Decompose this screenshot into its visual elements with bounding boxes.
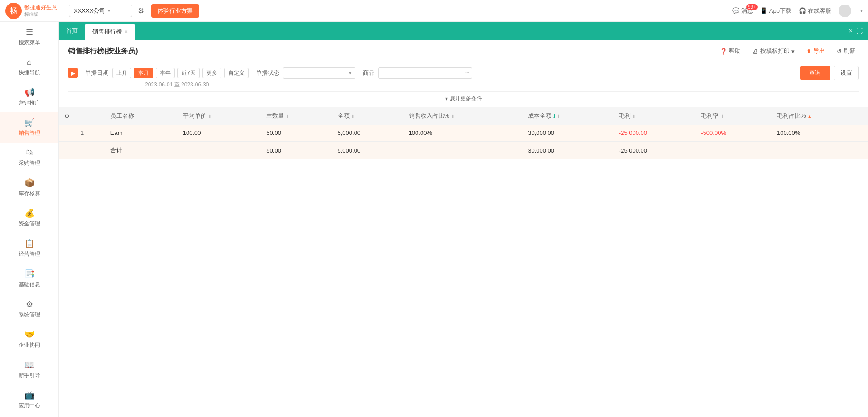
status-select[interactable] [283, 67, 355, 79]
tf-settings [59, 141, 75, 159]
message-button[interactable]: 💬 消息 99+ [732, 7, 753, 15]
th-sales-pct[interactable]: 销售收入占比% ⬆ [403, 107, 523, 125]
online-support-button[interactable]: 🎧 在线客服 [799, 7, 831, 15]
sidebar-item-label: 系统管理 [19, 311, 40, 319]
goods-input[interactable] [378, 67, 472, 79]
tab-home[interactable]: 首页 [59, 22, 85, 40]
app-download-button[interactable]: 📱 App下载 [760, 7, 791, 15]
sales-icon: 🛒 [24, 118, 34, 128]
sidebar-item-wechat[interactable]: 💬 企业微信 [0, 415, 58, 417]
th-gross-rate[interactable]: 毛利率 ⬆ [695, 107, 772, 125]
date-btn-this-month[interactable]: 本月 [134, 68, 153, 78]
app-download-label: App下载 [769, 7, 791, 15]
sidebar-item-appstore[interactable]: 📺 应用中心 [0, 385, 58, 415]
sort-icon: ⬆ [451, 114, 455, 119]
filter-settings-button[interactable]: 设置 [834, 66, 859, 80]
sales-table: ⚙ 员工名称 平均单价 ⬆ 主数量 ⬆ 全额 ⬆ 销售收入占比% ⬆ 成本全额 … [59, 107, 868, 159]
refresh-button[interactable]: ↺ 刷新 [833, 45, 859, 57]
sidebar-item-label: 采购管理 [19, 159, 40, 167]
print-button[interactable]: 🖨 按模板打印 ▾ [749, 45, 798, 57]
sidebar-item-finance[interactable]: 💰 资金管理 [0, 203, 58, 233]
search-button[interactable]: 查询 [800, 66, 830, 80]
tf-cost: 30,000.00 [523, 141, 614, 159]
sidebar-item-sales[interactable]: 🛒 销售管理 [0, 112, 58, 143]
refresh-label: 刷新 [844, 47, 855, 55]
basic-icon: 📑 [24, 269, 34, 279]
date-btn-custom[interactable]: 自定义 [224, 68, 249, 78]
sidebar-item-purchase[interactable]: 🛍 采购管理 [0, 143, 58, 173]
sidebar-item-system[interactable]: ⚙ 系统管理 [0, 294, 58, 324]
company-selector[interactable]: XXXXX公司 ▾ [69, 5, 132, 17]
th-avg-price[interactable]: 平均单价 ⬆ [177, 107, 261, 125]
th-gross[interactable]: 毛利 ⬆ [614, 107, 695, 125]
goods-input-wrap [378, 67, 472, 79]
sort-icon: ⬆ [720, 114, 724, 119]
tab-bar-actions: × ⛶ [849, 27, 868, 34]
info-icon: ℹ [553, 113, 555, 119]
th-gross-pct[interactable]: 毛利占比% ▲ [772, 107, 868, 125]
sidebar-item-label: 经营管理 [19, 250, 40, 258]
th-settings[interactable]: ⚙ [59, 107, 75, 125]
sidebar-item-inventory[interactable]: 📦 库存核算 [0, 173, 58, 203]
user-name[interactable]: ▾ [858, 8, 863, 13]
tf-label: 合计 [105, 141, 177, 159]
filter-bar: ▶ 单据日期 上月 本月 本年 近7天 更多 自定义 [59, 61, 868, 107]
logo-line2: 标准版 [24, 11, 57, 17]
sidebar-item-basic[interactable]: 📑 基础信息 [0, 264, 58, 294]
tab-close-icon[interactable]: × [125, 29, 128, 35]
finance-icon: 💰 [24, 208, 34, 218]
date-range-text: 2023-06-01 至 2023-06-30 [145, 81, 209, 88]
sidebar-item-label: 应用中心 [19, 402, 40, 410]
td-rank: 1 [75, 125, 105, 142]
sidebar-item-marketing[interactable]: 📢 营销推广 [0, 82, 58, 112]
avatar[interactable] [839, 5, 851, 17]
purchase-icon: 🛍 [25, 148, 34, 158]
print-label: 按模板打印 [760, 47, 790, 55]
sidebar-item-label: 营销推广 [19, 99, 40, 107]
status-select-wrap [283, 67, 355, 79]
th-cost[interactable]: 成本全额 ℹ ⬆ [523, 107, 614, 125]
th-rank [75, 107, 105, 125]
sidebar-item-guide[interactable]: 📖 新手引导 [0, 355, 58, 385]
td-qty: 50.00 [261, 125, 332, 142]
sidebar-item-nav[interactable]: ⌂ 快捷导航 [0, 52, 58, 82]
date-btn-last-month[interactable]: 上月 [112, 68, 131, 78]
expand-more-button[interactable]: ▾ 展开更多条件 [68, 91, 859, 102]
operations-icon: 📋 [24, 239, 34, 249]
td-avg-price: 100.00 [177, 125, 261, 142]
help-button[interactable]: ❓ 帮助 [716, 45, 744, 57]
sidebar-item-label: 搜索菜单 [19, 39, 40, 47]
topbar-settings-icon[interactable]: ⚙ [136, 5, 146, 17]
trial-button[interactable]: 体验行业方案 [151, 4, 199, 18]
tab-maximize-icon[interactable]: ⛶ [856, 27, 863, 34]
refresh-icon: ↺ [837, 48, 842, 55]
marketing-icon: 📢 [24, 87, 34, 97]
online-support-label: 在线客服 [808, 7, 831, 15]
tab-close-all-icon[interactable]: × [849, 27, 853, 34]
search-menu-icon: ☰ [26, 27, 33, 37]
date-filter: 单据日期 上月 本月 本年 近7天 更多 自定义 [85, 68, 249, 78]
filter-expand-arrow[interactable]: ▶ [68, 68, 78, 78]
sidebar-item-collab[interactable]: 🤝 企业协同 [0, 324, 58, 355]
sort-icon: ⬆ [208, 114, 211, 119]
th-amount[interactable]: 全额 ⬆ [332, 107, 403, 125]
export-button[interactable]: ⬆ 导出 [803, 45, 829, 57]
sort-icon: ⬆ [286, 114, 289, 119]
sidebar-item-label: 快捷导航 [19, 69, 40, 77]
tab-sales-ranking[interactable]: 销售排行榜 × [85, 24, 135, 40]
tf-gross-rate [695, 141, 772, 159]
sidebar: ☰ 搜索菜单 ⌂ 快捷导航 📢 营销推广 🛒 销售管理 🛍 采购管理 📦 库 [0, 22, 59, 417]
sort-icon: ⬆ [632, 114, 636, 119]
chevron-down-icon: ▾ [108, 8, 110, 13]
tf-rank [75, 141, 105, 159]
sidebar-item-search[interactable]: ☰ 搜索菜单 [0, 22, 58, 52]
tf-qty: 50.00 [261, 141, 332, 159]
sidebar-item-label: 库存核算 [19, 190, 40, 197]
sidebar-item-operations[interactable]: 📋 经营管理 [0, 233, 58, 264]
date-btn-this-year[interactable]: 本年 [156, 68, 175, 78]
logo-line1: 畅捷通好生意 [24, 4, 57, 11]
th-qty[interactable]: 主数量 ⬆ [261, 107, 332, 125]
date-btn-more[interactable]: 更多 [202, 68, 221, 78]
page-header: 销售排行榜(按业务员) ❓ 帮助 🖨 按模板打印 ▾ ⬆ 导出 [59, 40, 868, 61]
date-btn-7days[interactable]: 近7天 [177, 68, 200, 78]
